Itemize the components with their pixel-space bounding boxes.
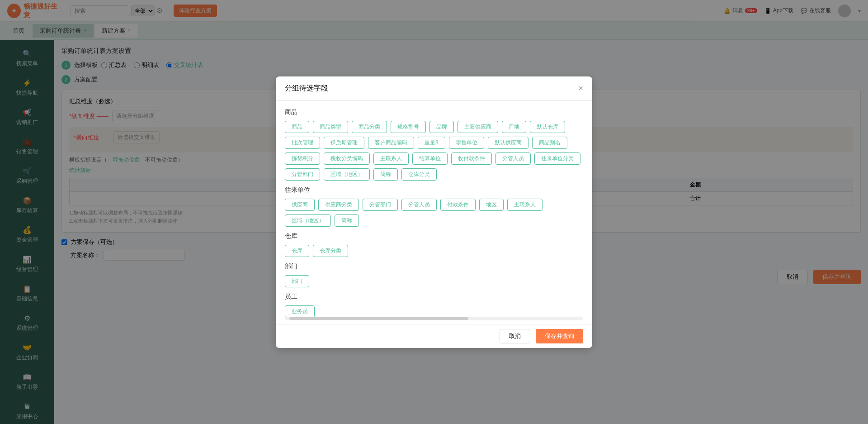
section-employee: 员工 — [285, 293, 583, 301]
field-supplier[interactable]: 供应商 — [285, 199, 315, 211]
warehouse-fields: 仓库 仓库分类 — [285, 245, 583, 257]
dept-fields: 部门 — [285, 275, 583, 287]
field-dept[interactable]: 分管部门 — [285, 168, 320, 181]
field-main-supplier[interactable]: 主要供应商 — [458, 121, 498, 133]
field-batch-mgmt[interactable]: 批次管理 — [285, 137, 320, 149]
field-retail-unit[interactable]: 零售单位 — [449, 137, 484, 149]
modal-header: 分组待选字段 × — [276, 76, 592, 101]
field-product-category[interactable]: 商品分类 — [352, 121, 387, 133]
field-default-warehouse[interactable]: 默认仓库 — [530, 121, 565, 133]
field-main-contact[interactable]: 主联系人 — [373, 152, 409, 165]
field-partner-dept[interactable]: 分管部门 — [363, 199, 398, 211]
modal-body: 商品 商品 商品类型 商品分类 规格型号 品牌 主要供应商 产地 默认仓库 批次… — [276, 101, 592, 318]
field-weight[interactable]: 重量3 — [418, 137, 445, 149]
modal-title: 分组待选字段 — [285, 84, 328, 93]
field-default-supplier[interactable]: 默认供应商 — [488, 137, 528, 149]
section-product: 商品 — [285, 108, 583, 116]
field-region[interactable]: 区域（地区） — [324, 168, 370, 181]
field-partner-category[interactable]: 往来单位分类 — [534, 152, 580, 165]
section-partner: 往来单位 — [285, 186, 583, 194]
field-department[interactable]: 部门 — [285, 275, 309, 287]
hscroll-thumb — [289, 317, 468, 320]
modal-cancel-btn[interactable]: 取消 — [500, 329, 530, 343]
field-area[interactable]: 地区 — [479, 199, 504, 211]
field-brand[interactable]: 品牌 — [429, 121, 454, 133]
field-pick-points[interactable]: 拣货积分 — [285, 152, 320, 165]
field-partner-contact[interactable]: 主联系人 — [507, 199, 542, 211]
field-partner-region[interactable]: 区域（地区） — [285, 214, 331, 227]
field-select-modal: 分组待选字段 × 商品 商品 商品类型 商品分类 规格型号 品牌 主要供应商 产… — [276, 76, 592, 348]
field-expiry-mgmt[interactable]: 保质期管理 — [324, 137, 364, 149]
field-customer-code[interactable]: 客户商品编码 — [368, 137, 414, 149]
modal-save-btn[interactable]: 保存并查询 — [536, 329, 583, 343]
field-product[interactable]: 商品 — [285, 121, 309, 133]
section-warehouse: 仓库 — [285, 232, 583, 240]
employee-fields: 业务员 — [285, 305, 583, 318]
product-fields: 商品 商品类型 商品分类 规格型号 品牌 主要供应商 产地 默认仓库 批次管理 … — [285, 121, 583, 181]
field-salesperson[interactable]: 业务员 — [285, 305, 315, 318]
field-warehouse[interactable]: 仓库 — [285, 245, 309, 257]
field-wh-category[interactable]: 仓库分类 — [401, 168, 437, 181]
modal-close-btn[interactable]: × — [578, 84, 583, 93]
modal-footer: 取消 保存并查询 — [276, 324, 592, 348]
field-tax-code[interactable]: 税收分类编码 — [324, 152, 370, 165]
field-product-alias[interactable]: 商品别名 — [532, 137, 567, 149]
field-partner-abbr[interactable]: 简称 — [335, 214, 359, 227]
field-payment-terms[interactable]: 收付款条件 — [451, 152, 492, 165]
field-supervisor[interactable]: 分管人员 — [495, 152, 531, 165]
field-product-type[interactable]: 商品类型 — [313, 121, 348, 133]
field-settlement-unit[interactable]: 结算单位 — [412, 152, 448, 165]
field-spec-model[interactable]: 规格型号 — [391, 121, 426, 133]
modal-overlay: 分组待选字段 × 商品 商品 商品类型 商品分类 规格型号 品牌 主要供应商 产… — [0, 0, 868, 424]
field-supplier-category[interactable]: 供应商分类 — [318, 199, 359, 211]
modal-hscroll[interactable] — [285, 317, 583, 320]
field-origin[interactable]: 产地 — [502, 121, 526, 133]
field-payment-cond[interactable]: 付款条件 — [440, 199, 476, 211]
partner-fields: 供应商 供应商分类 分管部门 分管人员 付款条件 地区 主联系人 区域（地区） … — [285, 199, 583, 227]
field-abbr[interactable]: 简称 — [373, 168, 398, 181]
field-partner-supervisor[interactable]: 分管人员 — [401, 199, 437, 211]
field-warehouse-cat[interactable]: 仓库分类 — [313, 245, 348, 257]
section-department: 部门 — [285, 262, 583, 271]
